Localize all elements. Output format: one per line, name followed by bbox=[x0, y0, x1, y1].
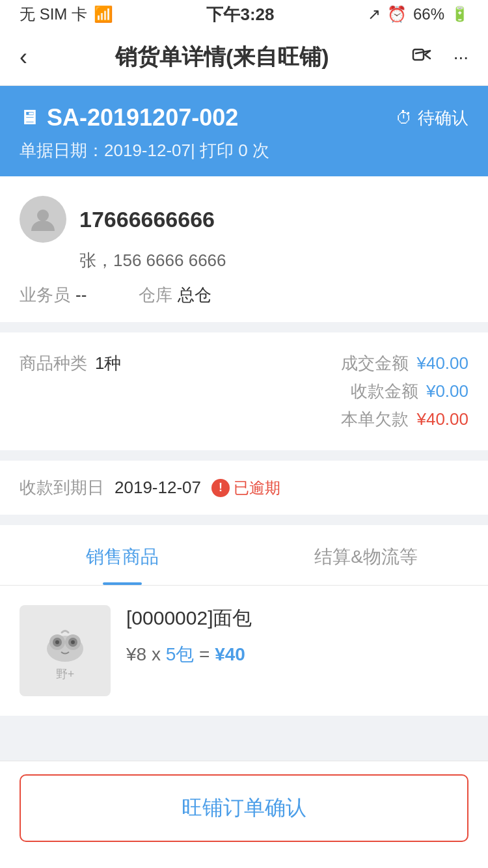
customer-name: 张，156 6666 6666 bbox=[20, 249, 468, 272]
deal-amount-value: ¥40.00 bbox=[416, 353, 468, 373]
amounts: 成交金额 ¥40.00 收款金额 ¥0.00 本单欠款 ¥40.00 bbox=[341, 352, 468, 431]
price-label: ¥8 x bbox=[126, 644, 166, 664]
svg-point-9 bbox=[71, 640, 75, 644]
status-left: 无 SIM 卡 📶 bbox=[20, 4, 113, 25]
summary-section: 商品种类 1种 成交金额 ¥40.00 收款金额 ¥0.00 本单欠款 ¥40.… bbox=[0, 332, 488, 450]
carrier-text: 无 SIM 卡 bbox=[20, 4, 87, 25]
tabs-section: 销售商品 结算&物流等 bbox=[0, 525, 488, 716]
more-button[interactable]: ··· bbox=[454, 47, 468, 68]
due-section: 收款到期日 2019-12-07 ! 已逾期 bbox=[0, 461, 488, 515]
product-name: [0000002]面包 bbox=[126, 605, 468, 632]
overdue-badge: ! 已逾期 bbox=[211, 478, 280, 498]
received-amount-value: ¥0.00 bbox=[426, 381, 468, 401]
order-date: 单据日期：2019-12-07| 打印 0 次 bbox=[20, 139, 468, 162]
status-bar: 无 SIM 卡 📶 下午3:28 ↗ ⏰ 66% 🔋 bbox=[0, 0, 488, 29]
svg-point-2 bbox=[37, 210, 49, 221]
product-thumbnail: 野+ bbox=[20, 605, 111, 696]
product-type-label: 商品种类 bbox=[20, 352, 87, 375]
sales-label: 业务员 bbox=[20, 284, 70, 306]
customer-meta: 业务员 -- 仓库 总仓 bbox=[20, 284, 468, 306]
sales-meta: 业务员 -- bbox=[20, 284, 87, 306]
status-text: 待确认 bbox=[418, 107, 468, 129]
page-title: 销货单详情(来自旺铺) bbox=[34, 42, 411, 72]
deal-amount-row: 成交金额 ¥40.00 bbox=[341, 352, 468, 375]
battery-icon: 🔋 bbox=[451, 6, 468, 23]
product-logo-text: 野+ bbox=[56, 666, 75, 682]
nav-bar: ‹ 销货单详情(来自旺铺) ··· bbox=[0, 29, 488, 86]
product-type-value: 1种 bbox=[95, 352, 121, 375]
warehouse-meta: 仓库 总仓 bbox=[139, 284, 211, 306]
tab-sales-products[interactable]: 销售商品 bbox=[0, 525, 244, 585]
owed-amount-label: 本单欠款 bbox=[341, 408, 409, 431]
confirm-order-button[interactable]: 旺铺订单确认 bbox=[20, 774, 468, 842]
alarm-icon: ⏰ bbox=[387, 5, 407, 23]
product-info: [0000002]面包 ¥8 x 5包 = ¥40 bbox=[126, 605, 468, 667]
customer-row: 17666666666 bbox=[20, 196, 468, 243]
share-button[interactable] bbox=[411, 43, 434, 71]
product-thumb-inner: 野+ bbox=[20, 605, 111, 696]
warehouse-value: 总仓 bbox=[178, 284, 211, 306]
product-price: ¥8 x 5包 = ¥40 bbox=[126, 642, 468, 667]
customer-phone: 17666666666 bbox=[79, 207, 215, 232]
svg-rect-1 bbox=[413, 49, 424, 60]
received-amount-label: 收款金额 bbox=[351, 380, 418, 403]
location-icon: ↗ bbox=[368, 5, 381, 23]
warehouse-label: 仓库 bbox=[139, 284, 172, 306]
avatar bbox=[20, 196, 66, 243]
wifi-icon: 📶 bbox=[94, 5, 113, 23]
product-total: ¥40 bbox=[215, 644, 245, 664]
order-status: ⏱ 待确认 bbox=[396, 107, 468, 129]
order-id: 🖥 SA-20191207-002 bbox=[20, 104, 238, 131]
received-amount-row: 收款金额 ¥0.00 bbox=[351, 380, 468, 403]
order-header: 🖥 SA-20191207-002 ⏱ 待确认 单据日期：2019-12-07|… bbox=[0, 86, 488, 176]
summary-row: 商品种类 1种 成交金额 ¥40.00 收款金额 ¥0.00 本单欠款 ¥40.… bbox=[20, 352, 468, 431]
owed-amount-row: 本单欠款 ¥40.00 bbox=[341, 408, 468, 431]
due-label: 收款到期日 bbox=[20, 476, 104, 499]
overdue-icon: ! bbox=[211, 479, 230, 497]
svg-point-8 bbox=[55, 640, 59, 644]
sales-value: -- bbox=[75, 285, 87, 305]
nav-actions: ··· bbox=[411, 43, 468, 71]
battery-text: 66% bbox=[413, 5, 444, 23]
tabs-header: 销售商品 结算&物流等 bbox=[0, 525, 488, 586]
status-clock-icon: ⏱ bbox=[396, 108, 413, 128]
owed-amount-value: ¥40.00 bbox=[416, 409, 468, 429]
customer-section: 17666666666 张，156 6666 6666 业务员 -- 仓库 总仓 bbox=[0, 176, 488, 322]
deal-amount-label: 成交金额 bbox=[341, 352, 409, 375]
product-type: 商品种类 1种 bbox=[20, 352, 121, 375]
equals: = bbox=[194, 644, 215, 664]
due-date: 2019-12-07 bbox=[115, 478, 201, 498]
overdue-text: 已逾期 bbox=[234, 478, 280, 498]
order-icon: 🖥 bbox=[20, 107, 39, 129]
status-time: 下午3:28 bbox=[206, 3, 274, 26]
product-qty: 5包 bbox=[166, 644, 195, 664]
tab-settlement[interactable]: 结算&物流等 bbox=[244, 525, 488, 585]
product-item: 野+ [0000002]面包 ¥8 x 5包 = ¥40 bbox=[20, 605, 468, 696]
bottom-area: 旺铺订单确认 bbox=[0, 761, 488, 868]
product-list: 野+ [0000002]面包 ¥8 x 5包 = ¥40 bbox=[0, 586, 488, 716]
status-right: ↗ ⏰ 66% 🔋 bbox=[368, 5, 468, 23]
back-button[interactable]: ‹ bbox=[20, 37, 34, 77]
